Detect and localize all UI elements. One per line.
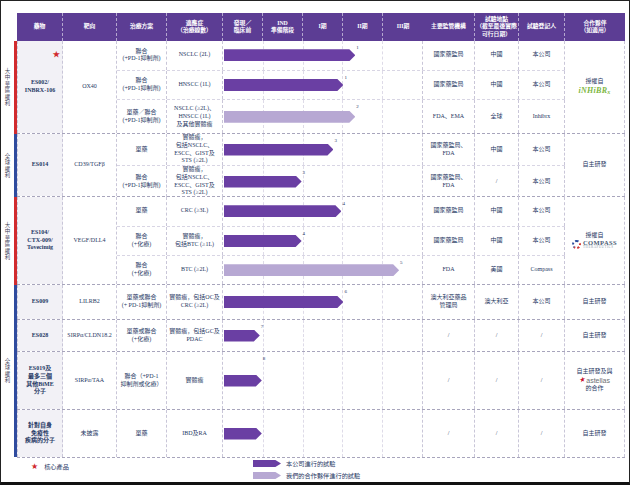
sub-rows: 單藥實體瘤， 包括NSCLC、 ESCC、GIST及 STS (≥2L)3國家藥… [117,134,565,196]
indication-cell: HNSCC (1L) [167,71,223,100]
pipeline-chart-page: 大中華區權利全球權利大中華區權利全球權利 藥物 靶向 治療方案 適應症 （治療線… [0,0,630,485]
phase-gridline [382,166,383,197]
rights-segment-0: 大中華區權利 [3,41,17,134]
legend-company-trial: 本公司進行的試驗 [253,459,360,468]
partner-trial-arrow-icon [253,472,281,479]
header-indication: 適應症 （治療線數） [167,13,223,41]
rights-label: 大中華區權利 [3,41,12,134]
phase-gridline [382,410,383,457]
regimen-cell: 單藥 [117,134,167,165]
company-trial-bar [224,79,343,91]
regimen-cell: 單藥 [117,197,167,226]
rights-label: 大中華區權利 [3,197,12,285]
astellas-star-icon: ★ [578,375,586,385]
header-drug: 藥物 [17,13,63,41]
registrant-cell: 本公司 [519,197,565,226]
pipeline-row: 單藥／聯合 (+PD-1抑制劑)NSCLC (≥2L)、 HNSCC (1L) … [117,100,565,133]
phase-gridline [303,410,304,457]
drug-name-cell: 針對自身 免疫性 疾病的分子 [17,410,63,457]
phase-gridline [382,100,383,133]
partner-inhouse-label: 自主研發 [582,332,606,340]
pipeline-row: 聯合 (+PD-1抑制劑)HNSCC (1L)1國家藥監局中國本公司 [117,71,565,101]
target-cell: SIRPα/TAA [63,352,117,409]
astellas-logo: ★astellas [579,376,610,385]
legend-core-product-label: 核心產品 [44,462,69,471]
pipeline-row: 聯合 (+PD-1抑制劑)實體瘤， 包括NSCLC、 ESCC、GIST及 ST… [117,166,565,197]
regulator-cell: / [423,410,475,457]
regimen-cell: 單藥或聯合 (+化療) [117,320,167,351]
legend-core-product: ★ 核心產品 [31,462,69,471]
company-trial-bar [224,235,302,247]
registrant-cell: 本公司 [519,71,565,100]
phase-gridline [382,197,383,226]
indication-cell: NSCLC (≥2L)、 HNSCC (1L) 及其他實體瘤 [167,100,223,133]
target-cell: CD39/TGFβ [63,134,117,196]
indication-cell: CRC (≥3L) [167,197,223,226]
compass-logo: COMPASSTHERAPEUTICS [572,240,617,250]
legend-partner-trial-label: 我們的合作夥伴進行的試驗 [286,471,360,480]
phase-bar-cell [223,410,423,457]
phase-bar-cell: 3 [223,134,423,165]
company-trial-bar [224,375,262,387]
location-cell: 澳大利亞 [475,285,519,319]
phase-bar-cell: 6 [223,285,423,319]
core-product-star-icon: ★ [31,463,38,471]
bar-footnote: 4 [303,231,306,238]
regimen-cell: 聯合（+PD-1 抑制劑或化療） [117,352,167,409]
registrant-cell: / [519,352,565,409]
company-trial-arrow-icon [253,460,281,467]
regulator-cell: 國家藥監局 [423,41,475,70]
sub-rows: 單藥或聯合 (+化療)實體瘤，包括GC及 PDAC7/// [117,320,565,351]
location-cell: 中國 [475,227,519,256]
phase-gridline [342,227,343,256]
inhibrx-logo-text: iNHiBR [578,86,607,95]
pipeline-row: 聯合 (+化療)實體瘤， 包括BTC (≥1L)4國家藥監局中國本公司 [117,227,565,257]
sub-rows: 單藥或聯合 (+ PD-1抑制劑)實體瘤，包括OC及 CRC (≥2L)6澳大利… [117,285,565,319]
pipeline-row: 單藥實體瘤， 包括NSCLC、 ESCC、GIST及 STS (≥2L)3國家藥… [117,134,565,166]
registrant-cell: Compass [519,256,565,284]
header-regulator: 主要監管機構 [423,13,475,41]
company-trial-bar [224,428,262,440]
partner-licensed-label: 授權自 [585,78,603,86]
drug-block-5: ES019及 最多三個 其他BiME 分子SIRPα/TAA聯合（+PD-1 抑… [17,352,625,410]
location-cell: 中國 [475,134,519,165]
rights-sidebar: 大中華區權利全球權利大中華區權利全球權利 [3,41,17,457]
drug-name-cell: ES104/ CTX-009/ Tovecimig [17,197,63,284]
regulator-cell: 國家藥監局、 FDA [423,166,475,197]
registrant-cell: 本公司 [519,285,565,319]
phase-bar-cell: 7 [223,320,423,351]
table-body: ES002/ INBRX-106★OX40聯合 (+PD-1抑制劑)NSCLC … [17,41,625,458]
header-regimen: 治療方案 [117,13,167,41]
phase-bar-cell: 8 [223,352,423,409]
target-cell: SIRPα/CLDN18.2 [63,320,117,351]
drug-name-cell: ES028 [17,320,63,351]
drug-block-6: 針對自身 免疫性 疾病的分子未披露單藥IBD及RA///自主研發 [17,410,625,457]
regulator-cell: FDA [423,256,475,284]
regimen-cell: 聯合 (+化療) [117,256,167,284]
phase-gridline [263,410,264,457]
rights-segment-3: 全球權利 [3,285,17,457]
company-trial-bar [224,205,341,217]
partner-inhouse-label: 自主研發 [582,430,606,438]
company-trial-bar [224,144,333,156]
partner-collab-post: 的合作 [585,385,603,393]
location-cell: 中國 [475,197,519,226]
partner-cell: 授權自COMPASSTHERAPEUTICS [565,197,625,284]
legend-company-trial-label: 本公司進行的試驗 [286,459,336,468]
sub-rows: 單藥IBD及RA/// [117,410,565,457]
regulator-cell: 澳大利亞藥品 管理局 [423,285,475,319]
phase-bar-cell: 2 [223,100,423,133]
bar-footnote: 1 [344,75,347,82]
indication-cell: 實體瘤， 包括NSCLC、 ESCC、GIST及 STS (≥2L) [167,166,223,197]
inhibrx-logo: iNHiBRx [578,86,610,97]
sub-rows: 聯合 (+PD-1抑制劑)NSCLC (2L)1國家藥監局中國本公司聯合 (+P… [117,41,565,133]
phase-bar-cell: 3 [223,166,423,197]
location-cell: / [475,166,519,197]
indication-cell: 實體瘤， 包括NSCLC、 ESCC、GIST及 STS (≥2L) [167,134,223,165]
partner-cell: 自主研發 [565,285,625,319]
drug-block-1: ES014CD39/TGFβ單藥實體瘤， 包括NSCLC、 ESCC、GIST及… [17,134,625,197]
company-trial-bar [224,330,260,342]
header-target: 靶向 [63,13,117,41]
header-location: 試驗地點 （截至最後實際 可行日期） [475,13,519,41]
location-cell: 中國 [475,41,519,70]
